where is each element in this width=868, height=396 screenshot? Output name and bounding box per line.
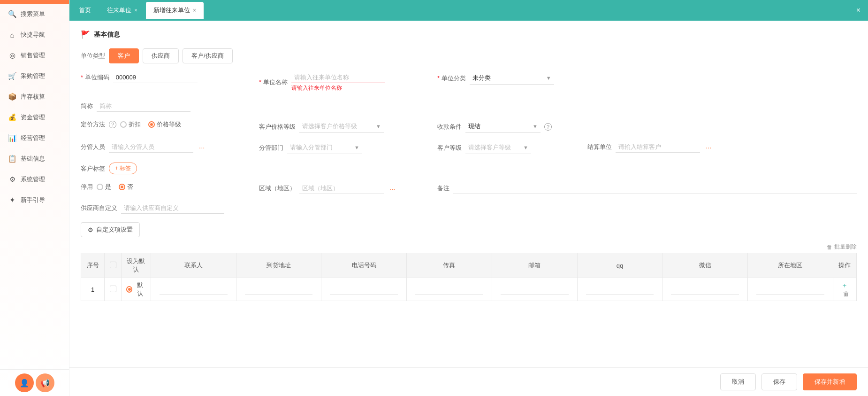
code-input[interactable] — [113, 72, 198, 83]
tab-bar: 首页 往来单位 × 新增往来单位 × × — [69, 0, 868, 21]
sidebar-item-purchase[interactable]: 🛒 采购管理 — [0, 66, 69, 86]
unit-btn-both[interactable]: 客户/供应商 — [183, 48, 233, 63]
disabled-area-remark-row: 停用 是 否 区域（地区） — [81, 183, 857, 194]
cancel-button[interactable]: 取消 — [720, 373, 756, 390]
email-input[interactable] — [501, 284, 569, 295]
sidebar-item-label: 新手引导 — [21, 196, 45, 204]
wechat-input[interactable] — [671, 284, 739, 295]
close-all-tabs[interactable]: × — [851, 6, 866, 15]
batch-delete-label[interactable]: 批量删除 — [834, 243, 857, 251]
col-seq: 序号 — [81, 253, 105, 278]
customer-price-label: 客户价格等级 — [259, 123, 296, 131]
category-field: 单位分类 未分类 ▼ — [437, 72, 857, 85]
settlement-input[interactable] — [616, 141, 700, 153]
save-add-button[interactable]: 保存并新增 — [803, 373, 857, 390]
unit-type-label: 单位类型 — [81, 52, 105, 60]
remark-field: 备注 — [437, 183, 857, 194]
default-radio-outer — [126, 286, 132, 293]
manager-field: 分管人员 ··· — [81, 141, 259, 153]
radio-label-pricelevel: 价格等级 — [157, 120, 181, 129]
col-area: 所在地区 — [748, 253, 833, 278]
basicinfo-icon: 📋 — [8, 154, 17, 163]
tag-add-button[interactable]: + 标签 — [109, 163, 137, 174]
sidebar-top-accent — [0, 0, 69, 4]
dept-select[interactable]: 请输入分管部门 ▼ — [287, 141, 362, 154]
disabled-radio-no[interactable]: 否 — [119, 183, 133, 191]
dept-label: 分管部门 — [259, 144, 283, 152]
phone-input[interactable] — [330, 284, 398, 295]
tab-partners[interactable]: 往来单位 × — [99, 2, 145, 19]
customer-level-field: 客户等级 请选择客户等级 ▼ — [437, 141, 587, 154]
radio-outer-discount — [120, 121, 127, 128]
tab-new-partner-close[interactable]: × — [193, 7, 196, 14]
address-input[interactable] — [245, 284, 313, 295]
area-input[interactable] — [299, 183, 384, 194]
payment-condition-select[interactable]: 现结 ▼ — [465, 120, 541, 133]
select-all-checkbox[interactable] — [110, 262, 116, 268]
col-fax: 传真 — [407, 253, 492, 278]
name-label: 单位名称 — [259, 78, 288, 86]
row-checkbox[interactable] — [110, 286, 116, 292]
contact-input[interactable] — [160, 284, 228, 295]
settlement-more-btn[interactable]: ··· — [704, 143, 714, 151]
row-area-input[interactable] — [756, 284, 824, 295]
manager-more-btn[interactable]: ··· — [197, 143, 207, 151]
unit-btn-supplier[interactable]: 供应商 — [143, 48, 179, 63]
sidebar-item-sales[interactable]: ◎ 销售管理 — [0, 45, 69, 66]
sidebar-item-guide[interactable]: ✦ 新手引导 — [0, 190, 69, 210]
sidebar-item-funds[interactable]: 💰 资金管理 — [0, 107, 69, 128]
sales-icon: ◎ — [8, 51, 17, 60]
col-default: 设为默认 — [122, 253, 151, 278]
disabled-label: 停用 — [81, 183, 93, 191]
unit-btn-customer[interactable]: 客户 — [109, 48, 139, 63]
tab-partners-close[interactable]: × — [134, 7, 137, 14]
pricing-radio-discount[interactable]: 折扣 — [120, 120, 141, 129]
supplier-custom-label: 供应商自定义 — [81, 204, 117, 212]
custom-settings-button[interactable]: ⚙ 自定义项设置 — [81, 222, 140, 237]
shortname-input[interactable] — [97, 101, 190, 112]
category-label: 单位分类 — [437, 74, 466, 83]
area-more-btn[interactable]: ··· — [388, 185, 397, 193]
radio-inner-pricelevel — [150, 123, 153, 126]
supplier-custom-input[interactable] — [121, 202, 224, 214]
category-select[interactable]: 未分类 ▼ — [470, 72, 554, 85]
cell-check — [105, 278, 122, 301]
sidebar-item-search[interactable]: 🔍 搜索菜单 — [0, 4, 69, 24]
flag-icon: 🚩 — [81, 30, 90, 39]
customer-level-select[interactable]: 请选择客户等级 ▼ — [465, 141, 531, 154]
shortname-label: 简称 — [81, 102, 93, 110]
name-input[interactable] — [291, 72, 385, 83]
pricing-radio-group: 折扣 价格等级 — [120, 120, 181, 129]
sidebar-item-inventory[interactable]: 📦 库存核算 — [0, 86, 69, 107]
sidebar-item-system[interactable]: ⚙ 系统管理 — [0, 169, 69, 190]
row-add-icon[interactable]: ＋ — [841, 281, 848, 289]
tab-home[interactable]: 首页 — [71, 2, 99, 19]
qq-input[interactable] — [586, 284, 654, 295]
code-name-category-row: 单位编码 单位名称 请输入往来单位名称 单位分类 未分类 ▼ — [81, 72, 857, 92]
user-avatar-btn[interactable]: 👤 — [15, 373, 34, 392]
guide-icon: ✦ — [8, 195, 17, 205]
remark-input[interactable] — [453, 183, 857, 194]
cell-phone — [321, 278, 407, 301]
manager-input[interactable] — [109, 141, 193, 153]
pricing-radio-pricelevel[interactable]: 价格等级 — [148, 120, 181, 129]
tab-new-partner[interactable]: 新增往来单位 × — [146, 2, 204, 19]
save-button[interactable]: 保存 — [761, 373, 797, 390]
shortname-field: 简称 — [81, 101, 259, 112]
pricing-help-icon[interactable]: ? — [109, 121, 116, 128]
row-delete-icon[interactable]: 🗑 — [843, 290, 849, 297]
funds-icon: 💰 — [8, 113, 17, 122]
search-icon: 🔍 — [8, 9, 17, 19]
customer-price-chevron: ▼ — [376, 124, 381, 129]
default-radio[interactable]: 默认 — [126, 281, 146, 298]
sidebar-item-quicknav[interactable]: ⌂ 快捷导航 — [0, 24, 69, 45]
payment-help-icon[interactable]: ? — [544, 123, 552, 131]
radio-label-no: 否 — [127, 183, 133, 191]
fax-input[interactable] — [415, 284, 483, 295]
notification-btn[interactable]: 📢 — [36, 373, 54, 392]
sidebar-item-operations[interactable]: 📊 经营管理 — [0, 128, 69, 148]
disabled-radio-yes[interactable]: 是 — [97, 183, 111, 191]
dept-chevron: ▼ — [354, 145, 359, 150]
customer-price-select[interactable]: 请选择客户价格等级 ▼ — [299, 120, 384, 133]
sidebar-item-basicinfo[interactable]: 📋 基础信息 — [0, 148, 69, 169]
